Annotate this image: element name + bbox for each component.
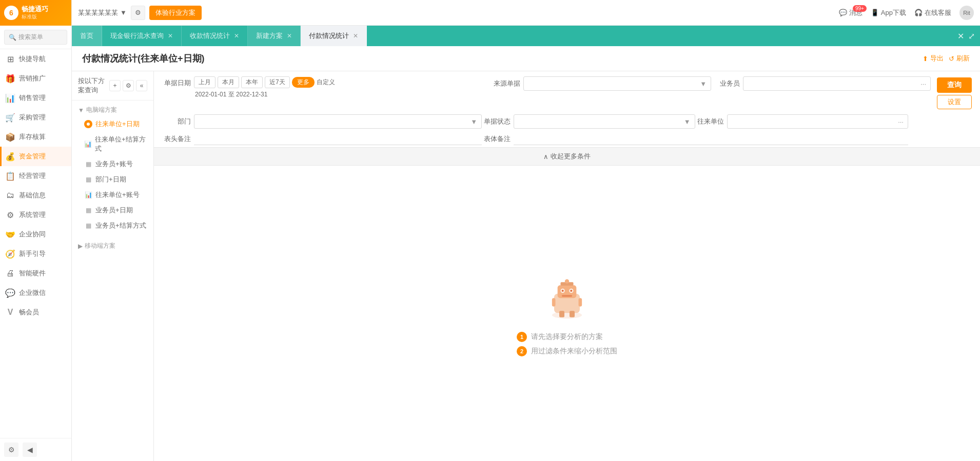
refresh-button[interactable]: ↺ 刷新	[949, 54, 970, 63]
scheme-item-salesman-date[interactable]: ▦ 业务员+日期	[72, 203, 153, 218]
filter-settings-button[interactable]: 设置	[937, 95, 972, 109]
sidebar-item-system[interactable]: ⚙ 系统管理	[0, 205, 71, 225]
body-note-input[interactable]	[514, 133, 908, 145]
salesman-select[interactable]: ···	[743, 76, 931, 91]
source-select[interactable]: ▼	[523, 76, 711, 91]
phone-icon: 📱	[871, 9, 879, 16]
table-scheme-icon: ▦	[84, 160, 92, 168]
header-note-section: 表头备注	[162, 133, 482, 145]
mobile-section-toggle[interactable]: ▶ 移动端方案	[72, 239, 153, 252]
content-area: 付款情况统计(往来单位+日期) ⬆ 导出 ↺ 刷新 按以下方案查询 +	[72, 46, 980, 461]
export-button[interactable]: ⬆ 导出	[923, 54, 944, 63]
tab-collection[interactable]: 收款情况统计 ✕	[182, 26, 248, 46]
header-note-input[interactable]	[194, 133, 482, 145]
last-month-button[interactable]: 上月	[194, 76, 215, 88]
sidebar-search-section: 🔍 搜索菜单	[0, 26, 71, 49]
partner-select[interactable]: ···	[727, 114, 908, 129]
sidebar-item-inventory[interactable]: 📦 库存核算	[0, 127, 71, 147]
trial-button[interactable]: 体验行业方案	[149, 6, 202, 20]
tab-close-icon[interactable]: ✕	[234, 32, 239, 39]
sidebar-settings-button[interactable]: ⚙	[4, 443, 18, 457]
desktop-section-toggle[interactable]: ▼ 电脑端方案	[72, 104, 153, 116]
message-button[interactable]: 💬 消息 99+	[839, 8, 863, 17]
scheme-item-salesman-settlement[interactable]: ▦ 业务员+结算方式	[72, 218, 153, 233]
scheme-panel-label: 按以下方案查询	[78, 76, 106, 95]
date-label: 单据日期	[162, 76, 191, 88]
close-all-tabs-button[interactable]: ✕	[957, 31, 964, 41]
guide-icon: 🧭	[6, 249, 15, 258]
sidebar-item-sales[interactable]: 📊 销售管理	[0, 88, 71, 108]
app-download-button[interactable]: 📱 App下载	[871, 8, 906, 17]
tab-payment-stat[interactable]: 付款情况统计 ✕	[301, 26, 367, 46]
sidebar-item-member[interactable]: V 畅会员	[0, 303, 71, 322]
table-scheme-icon4: ▦	[84, 222, 92, 230]
search-menu-button[interactable]: 🔍 搜索菜单	[4, 30, 67, 45]
refresh-label: 刷新	[956, 54, 970, 63]
scheme-item-partner-account[interactable]: 📊 往来单位+账号	[72, 187, 153, 203]
tab-home[interactable]: 首页	[72, 26, 102, 46]
page-header: 付款情况统计(往来单位+日期) ⬆ 导出 ↺ 刷新	[72, 46, 980, 71]
scheme-item-partner-date[interactable]: 往来单位+日期	[72, 116, 153, 132]
sidebar-item-label: 企业协同	[19, 230, 46, 239]
sidebar-item-hardware[interactable]: 🖨 智能硬件	[0, 264, 71, 283]
collapse-filter-button[interactable]: ∧ 收起更多条件	[154, 147, 980, 165]
sidebar-item-purchase[interactable]: 🛒 采购管理	[0, 108, 71, 127]
tab-cash-flow[interactable]: 现金银行流水查询 ✕	[102, 26, 182, 46]
more-date-button[interactable]: 更多	[292, 77, 315, 88]
tab-new-scheme[interactable]: 新建方案 ✕	[248, 26, 301, 46]
dept-label: 部门	[162, 117, 191, 126]
wechat-icon: 💬	[6, 288, 15, 297]
filter-row-2: 部门 ▼ 单据状态 ▼	[154, 112, 980, 131]
collapse-panel-button[interactable]: «	[136, 80, 147, 91]
topbar-settings-button[interactable]: ⚙	[131, 6, 145, 20]
page-actions: ⬆ 导出 ↺ 刷新	[923, 54, 970, 63]
export-icon: ⬆	[923, 55, 928, 63]
chart-scheme-icon2: 📊	[84, 191, 92, 199]
app-title: 畅捷通巧	[22, 5, 48, 13]
sidebar-collapse-button[interactable]: ◀	[23, 443, 37, 457]
sidebar-item-cooperation[interactable]: 🤝 企业协同	[0, 225, 71, 244]
date-options-container: 上月 本月 本年 近7天 更多 自定义 2022-01-01 至 2022-12…	[194, 76, 335, 99]
salesman-filter-section: 业务员 ···	[711, 76, 931, 91]
svg-point-13	[565, 279, 569, 284]
query-button[interactable]: 查询	[937, 77, 972, 93]
tab-label: 收款情况统计	[190, 31, 230, 41]
date-filter-section: 单据日期 上月 本月 本年 近7天 更多 自定义 20	[162, 76, 492, 99]
sidebar-item-basics[interactable]: 🗂 基础信息	[0, 186, 71, 205]
scheme-settings-button[interactable]: ⚙	[123, 80, 134, 91]
gear-icon: ⚙	[135, 9, 141, 16]
current-year-button[interactable]: 本年	[241, 76, 263, 88]
tab-close-icon[interactable]: ✕	[287, 32, 292, 39]
desktop-section-label: 电脑端方案	[86, 106, 117, 114]
online-service-button[interactable]: 🎧 在线客服	[914, 8, 951, 17]
empty-tip-2: 2 用过滤条件来缩小分析范围	[517, 346, 617, 356]
scheme-panel-header: 按以下方案查询 + ⚙ «	[72, 71, 153, 101]
company-selector[interactable]: 某某某某某某 ▼	[78, 8, 127, 17]
current-month-button[interactable]: 本月	[218, 76, 239, 88]
scheme-item-salesman-account[interactable]: ▦ 业务员+账号	[72, 156, 153, 172]
sidebar-item-quick-nav[interactable]: ⊞ 快捷导航	[0, 49, 71, 69]
svg-point-6	[570, 290, 572, 292]
status-select[interactable]: ▼	[514, 114, 695, 129]
source-label: 来源单据	[492, 79, 520, 88]
add-scheme-button[interactable]: +	[109, 80, 121, 91]
last-7days-button[interactable]: 近7天	[265, 76, 290, 88]
sidebar-item-capital[interactable]: 💰 资金管理	[0, 147, 71, 166]
query-buttons-section: 查询 设置	[937, 76, 972, 109]
dept-select[interactable]: ▼	[194, 114, 482, 129]
sidebar-item-label: 快捷导航	[19, 54, 46, 64]
sidebar-item-marketing[interactable]: 🎁 营销推广	[0, 69, 71, 88]
scheme-item-dept-date[interactable]: ▦ 部门+日期	[72, 172, 153, 187]
sidebar-header: 6 畅捷通巧 标准版	[0, 0, 71, 26]
dept-filter-section: 部门 ▼	[162, 114, 482, 129]
sidebar-item-guide[interactable]: 🧭 新手引导	[0, 244, 71, 264]
tab-close-icon[interactable]: ✕	[353, 32, 358, 39]
sidebar-item-wechat[interactable]: 💬 企业微信	[0, 283, 71, 303]
expand-button[interactable]: ⤢	[968, 31, 975, 41]
tab-close-icon[interactable]: ✕	[168, 32, 173, 39]
avatar[interactable]: Rit	[959, 6, 974, 20]
scheme-item-label: 部门+日期	[95, 175, 126, 184]
status-filter-section: 单据状态 ▼	[482, 114, 695, 129]
sidebar-item-operations[interactable]: 📋 经营管理	[0, 166, 71, 186]
scheme-item-partner-settlement[interactable]: 📊 往来单位+结算方式	[72, 132, 153, 156]
